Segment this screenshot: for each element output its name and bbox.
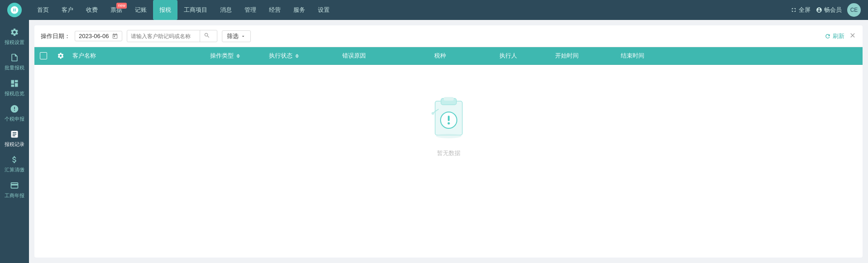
sort-op-type-icon: [236, 54, 240, 58]
svg-rect-4: [448, 116, 450, 121]
nav-item-工商项目[interactable]: 工商项目: [177, 0, 214, 20]
th-start-time-label: 开始时间: [555, 52, 579, 60]
date-value: 2023-06-06: [79, 33, 109, 39]
badge-new: new: [116, 3, 127, 9]
sidebar: 报税设置 批量报税 报税总览 个税申报 报税记录 汇算清缴 工商年报: [0, 20, 29, 263]
nav-item-票据[interactable]: 票据new: [104, 0, 129, 20]
record-icon: [10, 129, 19, 139]
nav-item-报税[interactable]: 报税: [153, 0, 177, 20]
th-error-label: 错误原因: [342, 52, 366, 60]
top-navigation: 首页客户收费票据new记账报税工商项目消息管理经营服务设置 全屏 畅会员 CE: [0, 0, 868, 20]
nav-item-管理[interactable]: 管理: [238, 0, 263, 20]
search-button[interactable]: [200, 30, 214, 42]
search-field: [127, 30, 217, 42]
avatar[interactable]: CE: [847, 3, 861, 17]
svg-point-8: [436, 134, 461, 138]
fullscreen-button[interactable]: 全屏: [791, 6, 810, 14]
settings-icon: [10, 27, 19, 37]
filter-label-text: 筛选: [227, 32, 239, 40]
sidebar-label: 汇算清缴: [5, 166, 24, 173]
sort-status-icon: [295, 54, 299, 58]
settlement-icon: [10, 155, 19, 165]
empty-state: 暂无数据: [34, 65, 863, 185]
close-icon: [849, 32, 856, 39]
th-tax-type-label: 税种: [434, 52, 446, 60]
avatar-text: CE: [850, 7, 858, 13]
member-button[interactable]: 畅会员: [816, 6, 842, 14]
filter-dropdown[interactable]: 筛选: [222, 30, 251, 42]
sidebar-item-报税记录[interactable]: 报税记录: [0, 126, 29, 151]
sidebar-label: 工商年报: [5, 192, 24, 199]
filter-bar: 操作日期： 2023-06-06 筛选 刷新: [34, 25, 863, 47]
close-button[interactable]: [849, 32, 856, 40]
batch-icon: [10, 53, 19, 63]
sidebar-label: 报税总览: [5, 90, 24, 97]
table-header: 客户名称 操作类型 执行状态 错误原因 税种 执行人: [34, 47, 863, 65]
sidebar-item-汇算清缴[interactable]: 汇算清缴: [0, 151, 29, 176]
nav-item-收费[interactable]: 收费: [80, 0, 104, 20]
nav-item-消息[interactable]: 消息: [214, 0, 238, 20]
refresh-label: 刷新: [833, 32, 844, 40]
svg-point-7: [432, 112, 434, 115]
sidebar-item-报税总览[interactable]: 报税总览: [0, 75, 29, 100]
tax-icon: [10, 104, 19, 114]
sidebar-label: 个税申报: [5, 116, 24, 122]
nav-item-首页[interactable]: 首页: [31, 0, 55, 20]
select-all-checkbox[interactable]: [40, 52, 47, 59]
th-customer-label: 客户名称: [72, 52, 96, 60]
th-end-time: 结束时间: [603, 47, 662, 64]
search-icon: [204, 32, 210, 39]
th-op-type: 操作类型: [196, 47, 254, 64]
nav-item-客户[interactable]: 客户: [55, 0, 80, 20]
th-status: 执行状态: [254, 47, 313, 64]
app-logo[interactable]: [7, 3, 22, 17]
nav-item-设置[interactable]: 设置: [312, 0, 336, 20]
main-layout: 报税设置 批量报税 报税总览 个税申报 报税记录 汇算清缴 工商年报 操作日期：…: [0, 20, 868, 263]
svg-rect-2: [444, 97, 454, 101]
th-checkbox[interactable]: [34, 47, 53, 64]
th-op-type-label: 操作类型: [210, 52, 234, 60]
calendar-icon: [112, 33, 118, 39]
overview-icon: [10, 78, 19, 88]
th-executor: 执行人: [485, 47, 531, 64]
empty-text: 暂无数据: [437, 149, 460, 157]
table-container: 客户名称 操作类型 执行状态 错误原因 税种 执行人: [34, 47, 863, 258]
content-area: 操作日期： 2023-06-06 筛选 刷新: [29, 20, 868, 263]
sidebar-label: 报税记录: [5, 141, 24, 147]
nav-item-服务[interactable]: 服务: [287, 0, 312, 20]
refresh-button[interactable]: 刷新: [825, 32, 844, 40]
refresh-icon: [825, 33, 831, 39]
sidebar-label: 报税设置: [5, 39, 24, 45]
svg-point-5: [447, 122, 450, 125]
th-end-time-label: 结束时间: [621, 52, 644, 60]
empty-icon: [428, 92, 469, 142]
th-error: 错误原因: [313, 47, 395, 64]
th-tax-type: 税种: [395, 47, 485, 64]
th-start-time: 开始时间: [531, 47, 603, 64]
annual-icon: [10, 180, 19, 190]
th-status-label: 执行状态: [269, 52, 293, 60]
nav-item-记账[interactable]: 记账: [129, 0, 153, 20]
nav-items: 首页客户收费票据new记账报税工商项目消息管理经营服务设置: [31, 0, 791, 20]
th-executor-label: 执行人: [499, 52, 517, 60]
sidebar-item-个税申报[interactable]: 个税申报: [0, 100, 29, 126]
fullscreen-label: 全屏: [799, 6, 810, 14]
th-customer-name: 客户名称: [69, 47, 196, 64]
date-label: 操作日期：: [41, 32, 70, 40]
gear-icon[interactable]: [57, 52, 64, 59]
search-input[interactable]: [127, 31, 200, 41]
sidebar-label: 批量报税: [5, 64, 24, 71]
sidebar-item-工商年报[interactable]: 工商年报: [0, 177, 29, 202]
date-picker[interactable]: 2023-06-06: [75, 31, 122, 41]
member-label: 畅会员: [824, 6, 842, 14]
chevron-down-icon: [240, 34, 246, 39]
th-gear[interactable]: [53, 47, 69, 64]
sidebar-item-批量报税[interactable]: 批量报税: [0, 49, 29, 74]
sidebar-item-报税设置[interactable]: 报税设置: [0, 24, 29, 49]
top-nav-right: 全屏 畅会员 CE: [791, 3, 861, 17]
nav-item-经营[interactable]: 经营: [263, 0, 287, 20]
